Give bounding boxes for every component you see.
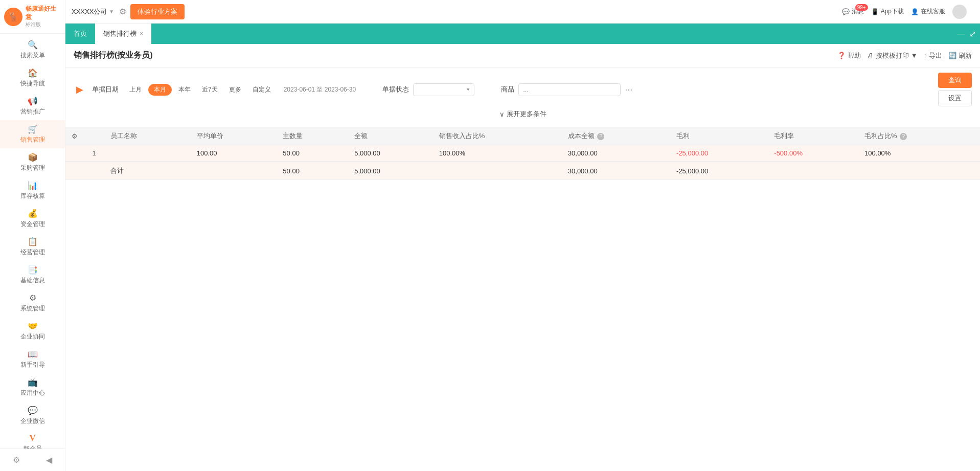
date-btn-more[interactable]: 更多	[224, 84, 246, 96]
app-download-btn[interactable]: 📱 App下载	[871, 7, 904, 16]
table-body: 1 100.00 50.00 5,000.00 100.00% 30,000.0…	[65, 145, 980, 162]
sidebar-item-wechat[interactable]: 💬 企业微信	[0, 401, 65, 430]
footer-amount: 5,000.00	[348, 162, 433, 180]
status-filter: 单据状态	[382, 83, 474, 96]
sidebar-item-guide[interactable]: 📖 新手引导	[0, 345, 65, 373]
online-service-label: 在线客服	[921, 7, 945, 16]
footer-empty-1	[65, 162, 84, 180]
col-gross-pct: 毛利占比% ?	[858, 127, 980, 145]
footer-cost-amount: 30,000.00	[562, 162, 670, 180]
date-btn-thismonth[interactable]: 本月	[148, 84, 172, 96]
col-settings[interactable]: ⚙	[65, 127, 84, 145]
sidebar-item-operations[interactable]: 📋 经营管理	[0, 233, 65, 261]
footer-gross-rate	[768, 162, 858, 180]
status-label: 单据状态	[382, 85, 409, 94]
message-btn[interactable]: 💬 消息 99+	[842, 7, 864, 16]
goods-input[interactable]	[518, 83, 621, 96]
tab-sales-rank-label: 销售排行榜	[103, 29, 136, 38]
footer-main-qty: 50.00	[277, 162, 348, 180]
sidebar-item-system[interactable]: ⚙ 系统管理	[0, 289, 65, 317]
home-icon: 🏠	[28, 68, 38, 78]
tab-right-actions: — ⤢	[957, 29, 980, 39]
tab-home-label: 首页	[74, 29, 87, 38]
row-avg-price: 100.00	[191, 145, 277, 162]
refresh-icon: 🔄	[948, 52, 956, 59]
sidebar-label-quicknav: 快捷导航	[20, 79, 45, 88]
row-settings	[65, 145, 84, 162]
export-btn[interactable]: ↑ 导出	[924, 51, 943, 60]
tab-sales-rank[interactable]: 销售排行榜 ×	[95, 24, 151, 44]
finance-icon: 💰	[28, 209, 38, 218]
page-title: 销售排行榜(按业务员)	[74, 50, 153, 61]
sidebar-item-purchase[interactable]: 📦 采购管理	[0, 148, 65, 176]
tab-close-icon[interactable]: ×	[140, 30, 143, 37]
logo-text: 畅康通好生意	[26, 5, 61, 21]
tab-home[interactable]: 首页	[65, 24, 95, 44]
online-service-btn[interactable]: 👤 在线客服	[911, 7, 945, 16]
date-btn-thisyear[interactable]: 本年	[174, 84, 195, 96]
sidebar-item-sales[interactable]: 🛒 销售管理	[0, 120, 65, 148]
sidebar-label-search: 搜索菜单	[20, 51, 45, 60]
row-rank: 1	[84, 145, 104, 162]
print-btn[interactable]: 🖨 按模板打印 ▼	[867, 51, 918, 60]
sidebar-label-guide: 新手引导	[20, 361, 45, 369]
sidebar-item-finance[interactable]: 💰 资金管理	[0, 205, 65, 233]
topbar-right: 💬 消息 99+ 📱 App下载 👤 在线客服	[842, 5, 974, 19]
date-btn-lastmonth[interactable]: 上月	[125, 84, 146, 96]
tab-restore-btn[interactable]: ⤢	[969, 29, 976, 39]
refresh-btn[interactable]: 🔄 刷新	[948, 51, 972, 60]
sidebar-footer: ⚙ ◀	[0, 448, 65, 471]
filter-toggle-btn[interactable]: ▶	[74, 84, 86, 95]
print-label: 按模板打印	[876, 51, 909, 60]
query-settings-group: 查询 设置	[938, 73, 972, 106]
refresh-label: 刷新	[959, 51, 972, 60]
sidebar-label-operations: 经营管理	[20, 248, 45, 257]
sidebar-item-collab[interactable]: 🤝 企业协同	[0, 317, 65, 345]
tab-minimize-btn[interactable]: —	[957, 29, 965, 38]
megaphone-icon: 📢	[28, 96, 38, 106]
content-area: 销售排行榜(按业务员) ❓ 帮助 🖨 按模板打印 ▼ ↑ 导出	[65, 44, 980, 471]
col-gross-rate: 毛利率	[768, 127, 858, 145]
app-download-label: App下载	[881, 7, 904, 16]
sidebar-nav: 🔍 搜索菜单 🏠 快捷导航 📢 营销推广 🛒 销售管理 📦 采购管理 📊 库存核…	[0, 34, 65, 448]
sidebar-item-inventory[interactable]: 📊 库存核算	[0, 176, 65, 205]
page-actions: ❓ 帮助 🖨 按模板打印 ▼ ↑ 导出 🔄 刷新	[837, 51, 972, 60]
sidebar-collapse-btn[interactable]: ◀	[42, 453, 56, 467]
expand-down-icon: ∨	[499, 110, 505, 118]
footer-gross-pct	[858, 162, 980, 180]
status-select[interactable]	[413, 83, 474, 96]
export-icon: ↑	[924, 52, 927, 59]
search-icon: 🔍	[28, 40, 38, 50]
company-selector[interactable]: XXXXX公司 ▼	[72, 7, 114, 16]
footer-gross: -25,000.00	[670, 162, 768, 180]
sidebar-item-vip[interactable]: V 畅会员	[0, 430, 65, 448]
topbar-settings-icon[interactable]: ⚙	[119, 7, 126, 16]
sidebar-item-basics[interactable]: 📑 基础信息	[0, 261, 65, 289]
row-cost-amount: 30,000.00	[562, 145, 670, 162]
sidebar-item-marketing[interactable]: 📢 营销推广	[0, 92, 65, 120]
goods-label: 商品	[501, 85, 514, 94]
expand-btn[interactable]: ∨ 展开更多条件	[499, 109, 546, 119]
sidebar-settings-btn[interactable]: ⚙	[9, 453, 24, 467]
query-btn[interactable]: 查询	[938, 73, 972, 88]
table-footer: 合计 50.00 5,000.00 30,000.00 -25,000.00	[65, 162, 980, 180]
cost-info-icon[interactable]: ?	[597, 133, 604, 140]
date-btn-7days[interactable]: 近7天	[197, 84, 222, 96]
footer-empty-2	[84, 162, 104, 180]
sidebar-label-finance: 资金管理	[20, 220, 45, 229]
gross-pct-info-icon[interactable]: ?	[900, 133, 907, 140]
mobile-icon: 📱	[871, 8, 879, 15]
help-btn[interactable]: ❓ 帮助	[837, 51, 861, 60]
inventory-icon: 📊	[28, 181, 38, 190]
sidebar-item-search[interactable]: 🔍 搜索菜单	[0, 36, 65, 64]
sidebar-item-appstore[interactable]: 📺 应用中心	[0, 373, 65, 401]
main-area: XXXXX公司 ▼ ⚙ 体验行业方案 💬 消息 99+ 📱 App下载 👤 在线…	[65, 0, 980, 471]
industry-btn[interactable]: 体验行业方案	[130, 4, 185, 19]
goods-more-icon[interactable]: ···	[625, 84, 632, 95]
settings-btn[interactable]: 设置	[938, 90, 972, 106]
date-btn-custom[interactable]: 自定义	[248, 84, 276, 96]
sidebar-item-quicknav[interactable]: 🏠 快捷导航	[0, 64, 65, 92]
user-avatar[interactable]	[952, 5, 967, 19]
footer-label: 合计	[104, 162, 191, 180]
sidebar: 🦌 畅康通好生意 标准版 🔍 搜索菜单 🏠 快捷导航 📢 营销推广 🛒 销售管理…	[0, 0, 65, 471]
